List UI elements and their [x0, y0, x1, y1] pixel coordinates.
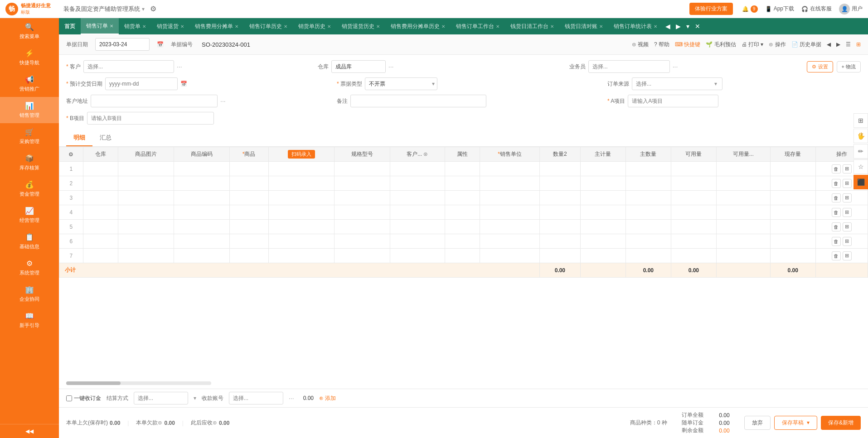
- tab-sales-expense-history[interactable]: 销售费用分摊单历史 ✕: [385, 18, 451, 34]
- nav-prev[interactable]: ◀: [827, 41, 831, 48]
- tab-cash-reconcile[interactable]: 钱货日清对账 ✕: [559, 18, 608, 34]
- row-sales-unit-2[interactable]: [480, 176, 539, 191]
- row-product-1[interactable]: [229, 162, 268, 176]
- row-delete-7[interactable]: 🗑: [832, 251, 841, 260]
- tab-scroll-left[interactable]: ◀: [663, 23, 673, 30]
- shortcut-action[interactable]: ⌨ 快捷键: [675, 41, 700, 48]
- tab-sales-return[interactable]: 销货单 ✕: [119, 18, 151, 34]
- tab-sales-stats-close[interactable]: ✕: [654, 24, 657, 29]
- sidebar-item-basic[interactable]: 📋 基础信息: [0, 228, 59, 255]
- tab-cash-daily[interactable]: 钱货日清工作台 ✕: [505, 18, 559, 34]
- row-code-1[interactable]: [174, 162, 229, 176]
- tab-sales-return-close[interactable]: ✕: [142, 24, 146, 29]
- print-action[interactable]: 🖨 打印 ▾: [742, 41, 764, 48]
- row-delete-3[interactable]: 🗑: [832, 193, 841, 202]
- invoice-dropdown-icon[interactable]: ▾: [432, 81, 435, 87]
- address-dots[interactable]: ···: [220, 97, 226, 105]
- customer-input[interactable]: [83, 60, 174, 73]
- warehouse-input[interactable]: [331, 60, 386, 73]
- order-source-dropdown[interactable]: ▾: [714, 81, 717, 87]
- row-qty2-1[interactable]: [539, 162, 580, 176]
- add-payment-button[interactable]: ⊕ 添加: [319, 395, 336, 402]
- row-warehouse-3[interactable]: [83, 191, 118, 205]
- account-dots[interactable]: ···: [289, 395, 294, 402]
- tab-sales-expense[interactable]: 销售费用分摊单 ✕: [189, 18, 244, 34]
- tab-sales-history[interactable]: 销售订单历史 ✕: [244, 18, 293, 34]
- system-dropdown-icon[interactable]: ▾: [142, 6, 145, 12]
- history-action[interactable]: 📄 历史单据: [791, 41, 821, 48]
- settings-btn[interactable]: ⚙ 设置: [807, 61, 833, 72]
- row-delete-1[interactable]: 🗑: [832, 164, 841, 173]
- row-delete-6[interactable]: 🗑: [832, 237, 841, 246]
- one-key-checkbox-label[interactable]: 一键收订金: [66, 395, 101, 402]
- right-icon-star[interactable]: ☆: [853, 159, 868, 174]
- scrollbar-thumb[interactable]: [66, 381, 121, 385]
- row-warehouse-1[interactable]: [83, 162, 118, 176]
- tab-sales-history-close[interactable]: ✕: [284, 24, 287, 29]
- tab-sales-stats[interactable]: 销售订单统计表 ✕: [608, 18, 663, 34]
- tab-cash-reconcile-close[interactable]: ✕: [599, 24, 603, 29]
- row-code-2[interactable]: [174, 176, 229, 191]
- tab-sales-return-history[interactable]: 销货单历史 ✕: [293, 18, 336, 34]
- tab-sales-expense-close[interactable]: ✕: [235, 24, 238, 29]
- sidebar-item-operation[interactable]: 📈 经营管理: [0, 202, 59, 228]
- operation-action[interactable]: ⊙ 操作: [769, 41, 786, 48]
- b-project-input[interactable]: [87, 112, 214, 125]
- staff-input[interactable]: [588, 60, 670, 73]
- calendar-icon[interactable]: 📅: [157, 41, 164, 48]
- sidebar-item-purchase[interactable]: 🛒 采购管理: [0, 123, 59, 149]
- row-main-qty-1[interactable]: [626, 162, 671, 176]
- sidebar-collapse-button[interactable]: ◀◀: [0, 424, 59, 438]
- order-source-input[interactable]: [632, 77, 723, 90]
- right-icon-scan[interactable]: ⬛: [853, 175, 868, 189]
- tab-scroll-right[interactable]: ▶: [673, 23, 684, 30]
- app-download[interactable]: 📱 App下载: [765, 5, 794, 13]
- profit-action[interactable]: 🌱 毛利预估: [706, 41, 736, 48]
- row-sales-unit-1[interactable]: [480, 162, 539, 176]
- user-avatar[interactable]: 👤 用户: [839, 4, 863, 14]
- right-icon-fingerprint[interactable]: 🖐: [853, 129, 868, 143]
- tab-sales-return-history-close[interactable]: ✕: [327, 24, 331, 29]
- discard-button[interactable]: 放弃: [744, 416, 771, 430]
- delivery-calendar-icon[interactable]: 📅: [180, 81, 187, 87]
- online-support[interactable]: 🎧 在线客服: [801, 5, 832, 13]
- sidebar-item-sales[interactable]: 📊 销售管理: [0, 97, 59, 123]
- settings-gear-icon[interactable]: ⚙: [150, 5, 156, 13]
- delivery-date-input[interactable]: [105, 77, 178, 90]
- row-product-2[interactable]: [229, 176, 268, 191]
- sidebar-item-finance[interactable]: 💰 资金管理: [0, 176, 59, 202]
- tab-sales-workbench-close[interactable]: ✕: [496, 24, 499, 29]
- one-key-checkbox[interactable]: [66, 395, 72, 401]
- address-input[interactable]: [91, 95, 218, 107]
- row-spec-1[interactable]: [334, 162, 390, 176]
- invoice-input[interactable]: [365, 77, 437, 90]
- tab-sales-order[interactable]: 销售订单 ✕: [81, 18, 119, 34]
- right-icon-edit[interactable]: ✏: [853, 144, 868, 159]
- row-copy-6[interactable]: ⊞: [843, 237, 852, 246]
- row-warehouse-2[interactable]: [83, 176, 118, 191]
- help-action[interactable]: ? 帮助: [654, 41, 669, 48]
- solution-button[interactable]: 体验行业方案: [689, 3, 733, 15]
- row-copy-4[interactable]: ⊞: [843, 208, 852, 217]
- tab-sales-workbench[interactable]: 销售订单工作台 ✕: [451, 18, 505, 34]
- tab-close-all[interactable]: ✕: [692, 23, 703, 30]
- tab-sales-expense-history-close[interactable]: ✕: [441, 24, 445, 29]
- row-copy-2[interactable]: ⊞: [843, 179, 852, 188]
- row-customer-code-2[interactable]: [390, 176, 445, 191]
- row-delete-2[interactable]: 🗑: [832, 179, 841, 188]
- row-customer-code-1[interactable]: [390, 162, 445, 176]
- video-action[interactable]: ⊙ 视频: [632, 41, 649, 48]
- payment-method-input[interactable]: [134, 392, 188, 404]
- add-goods-btn[interactable]: + 物流: [837, 61, 861, 72]
- tab-sales-refund-history-close[interactable]: ✕: [376, 24, 380, 29]
- row-delete-4[interactable]: 🗑: [832, 208, 841, 217]
- sidebar-item-marketing[interactable]: 📢 营销推广: [0, 71, 59, 97]
- tab-more[interactable]: ▾: [684, 23, 692, 30]
- row-main-qty-2[interactable]: [626, 176, 671, 191]
- date-input[interactable]: [95, 38, 150, 51]
- staff-dots[interactable]: ···: [673, 63, 678, 70]
- payment-dropdown-icon[interactable]: ▾: [194, 395, 196, 401]
- tab-summary[interactable]: 汇总: [92, 130, 119, 146]
- row-spec-2[interactable]: [334, 176, 390, 191]
- row-copy-1[interactable]: ⊞: [843, 164, 852, 173]
